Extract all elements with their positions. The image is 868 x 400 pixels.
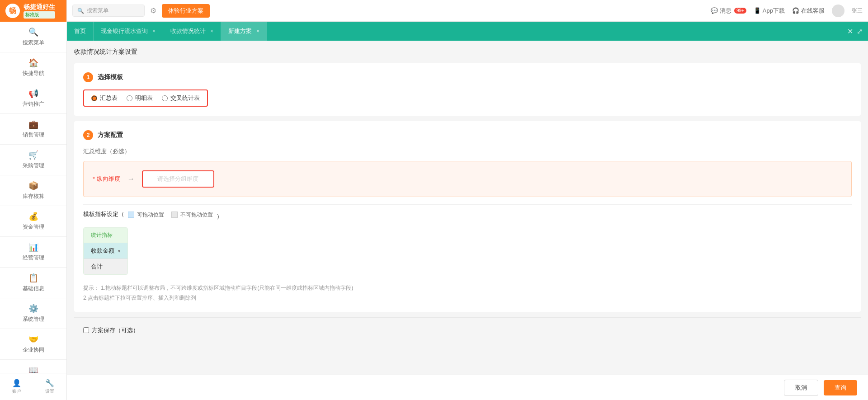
tab-newplan-label: 新建方案 bbox=[228, 27, 252, 35]
radio-summary-label: 汇总表 bbox=[100, 94, 118, 102]
sidebar-footer: 👤 账户 🔧 设置 bbox=[0, 373, 66, 400]
tip-1: 提示： 1.拖动标题栏可以调整布局，不可跨维度或指标区域拖动栏目字段(只能在同一… bbox=[83, 283, 852, 293]
step1-header: 1 选择模板 bbox=[83, 72, 852, 82]
tip-2: 2.点击标题栏下拉可设置排序、插入列和删除列 bbox=[83, 293, 852, 303]
sidebar-item-2[interactable]: 📢营销推广 bbox=[0, 83, 66, 114]
stats-total: 合计 bbox=[84, 259, 127, 274]
service-item[interactable]: 🎧 在线客服 bbox=[792, 7, 825, 15]
movable-box bbox=[128, 212, 134, 218]
service-icon: 🎧 bbox=[792, 7, 799, 14]
sidebar-icon-11: 📖 bbox=[28, 365, 38, 373]
search-placeholder: 搜索菜单 bbox=[87, 7, 108, 14]
tabbar-right: ✕ ⤢ bbox=[842, 22, 868, 41]
radio-summary[interactable]: 汇总表 bbox=[91, 94, 118, 102]
tabbar: 首页 现金银行流水查询 × 收款情况统计 × 新建方案 × ✕ ⤢ bbox=[67, 22, 868, 41]
notification-badge: 99+ bbox=[734, 8, 746, 14]
sidebar-item-3[interactable]: 💼销售管理 bbox=[0, 114, 66, 145]
sidebar-item-1[interactable]: 🏠快捷导航 bbox=[0, 52, 66, 83]
stats-table: 统计指标 收款金额 ▾ 合计 bbox=[83, 227, 128, 275]
close-window-icon[interactable]: ✕ bbox=[847, 27, 853, 36]
tab-home[interactable]: 首页 bbox=[67, 22, 94, 41]
download-item[interactable]: 📱 App下载 bbox=[754, 7, 785, 15]
download-icon: 📱 bbox=[754, 7, 761, 14]
radio-cross-label: 交叉统计表 bbox=[170, 94, 200, 102]
metrics-section: 模板指标设定（ 可拖动位置 不可拖动位置 ） bbox=[83, 210, 852, 276]
legend-fixed: 不可拖动位置 bbox=[171, 211, 213, 219]
notification-item[interactable]: 💬 消息 99+ bbox=[711, 7, 746, 15]
sidebar-item-5[interactable]: 📦库存核算 bbox=[0, 175, 66, 206]
expand-icon[interactable]: ⤢ bbox=[857, 27, 863, 36]
sidebar: 畅 畅捷通好生 标准版 🔍搜索菜单🏠快捷导航📢营销推广💼销售管理🛒采购管理📦库存… bbox=[0, 0, 67, 400]
footer-bar: 方案保存（可选） bbox=[74, 317, 861, 343]
sidebar-icon-5: 📦 bbox=[28, 181, 38, 191]
tab-cashflow-close[interactable]: × bbox=[152, 28, 156, 34]
sidebar-label-1: 快捷导航 bbox=[23, 70, 44, 77]
sidebar-label-2: 营销推广 bbox=[23, 100, 44, 108]
avatar bbox=[832, 5, 844, 17]
sidebar-item-4[interactable]: 🛒采购管理 bbox=[0, 145, 66, 175]
gear-icon[interactable]: ⚙ bbox=[150, 6, 156, 15]
tips-section: 提示： 1.拖动标题栏可以调整布局，不可跨维度或指标区域拖动栏目字段(只能在同一… bbox=[83, 283, 852, 303]
dimension-select[interactable]: 请选择分组维度 bbox=[142, 170, 214, 188]
sidebar-item-11[interactable]: 📖新手引导 bbox=[0, 360, 66, 373]
username: 张三 bbox=[852, 7, 863, 14]
sidebar-item-7[interactable]: 📊经营管理 bbox=[0, 237, 66, 268]
download-label: App下载 bbox=[763, 7, 785, 15]
message-icon: 💬 bbox=[711, 7, 718, 14]
sidebar-label-4: 采购管理 bbox=[23, 162, 44, 169]
stats-item-label: 收款金额 bbox=[91, 247, 114, 255]
edition-badge: 标准版 bbox=[24, 11, 55, 19]
page-title: 收款情况统计方案设置 bbox=[74, 48, 861, 56]
sidebar-icon-1: 🏠 bbox=[28, 58, 38, 68]
sidebar-item-10[interactable]: 🤝企业协同 bbox=[0, 329, 66, 360]
sidebar-footer-btn-right[interactable]: 🔧 设置 bbox=[45, 379, 54, 395]
tab-cashflow-label: 现金银行流水查询 bbox=[101, 27, 148, 35]
save-checkbox[interactable] bbox=[83, 327, 89, 333]
stats-section-header: 统计指标 bbox=[84, 228, 127, 243]
sidebar-icon-6: 💰 bbox=[28, 212, 38, 221]
arrow-icon: → bbox=[127, 175, 135, 183]
query-button[interactable]: 查询 bbox=[824, 380, 857, 395]
sidebar-icon-4: 🛒 bbox=[28, 150, 38, 160]
save-checkbox-label[interactable]: 方案保存（可选） bbox=[92, 326, 139, 334]
sidebar-icon-2: 📢 bbox=[28, 89, 38, 99]
logo-text: 畅捷通好生 bbox=[24, 3, 55, 11]
sidebar-icon-10: 🤝 bbox=[28, 334, 38, 344]
dimension-row: * 纵向维度 → 请选择分组维度 bbox=[93, 170, 842, 188]
sidebar-icon-8: 📋 bbox=[28, 273, 38, 283]
sidebar-item-6[interactable]: 💰资金管理 bbox=[0, 206, 66, 237]
sidebar-label-8: 基础信息 bbox=[23, 285, 44, 292]
tab-cashflow[interactable]: 现金银行流水查询 × bbox=[94, 22, 163, 41]
step1-title: 选择模板 bbox=[98, 73, 123, 81]
sidebar-label-7: 经营管理 bbox=[23, 254, 44, 262]
radio-cross[interactable]: 交叉统计表 bbox=[162, 94, 200, 102]
notification-label: 消息 bbox=[720, 7, 731, 15]
action-bar: 取消 查询 bbox=[67, 375, 868, 400]
tab-receipts[interactable]: 收款情况统计 × bbox=[163, 22, 221, 41]
sidebar-icon-0: 🔍 bbox=[28, 27, 38, 37]
topbar: 🔍 搜索菜单 ⚙ 体验行业方案 💬 消息 99+ 📱 App下载 🎧 在线客服 bbox=[67, 0, 868, 22]
tab-newplan[interactable]: 新建方案 × bbox=[221, 22, 267, 41]
tab-receipts-label: 收款情况统计 bbox=[170, 27, 206, 35]
sidebar-footer-btn-left[interactable]: 👤 账户 bbox=[12, 379, 21, 395]
logo-icon: 畅 bbox=[5, 4, 20, 18]
dimension-section-label: 汇总维度（必选） bbox=[83, 147, 852, 155]
tab-newplan-close[interactable]: × bbox=[256, 28, 259, 34]
search-icon: 🔍 bbox=[77, 8, 84, 14]
legend-movable: 可拖动位置 bbox=[128, 211, 164, 219]
sidebar-icon-9: ⚙️ bbox=[28, 304, 38, 314]
sidebar-item-0[interactable]: 🔍搜索菜单 bbox=[0, 22, 66, 52]
sidebar-item-8[interactable]: 📋基础信息 bbox=[0, 268, 66, 298]
dropdown-arrow-icon[interactable]: ▾ bbox=[118, 249, 120, 254]
step2-card: 2 方案配置 汇总维度（必选） * 纵向维度 → 请选择分组维度 模 bbox=[74, 121, 861, 312]
step1-card: 1 选择模板 汇总表 明细表 交叉统计表 bbox=[74, 63, 861, 116]
sidebar-icon-7: 📊 bbox=[28, 242, 38, 252]
trial-button[interactable]: 体验行业方案 bbox=[162, 4, 210, 18]
sidebar-item-9[interactable]: ⚙️系统管理 bbox=[0, 298, 66, 329]
step2-header: 2 方案配置 bbox=[83, 130, 852, 140]
search-box[interactable]: 🔍 搜索菜单 bbox=[72, 5, 145, 17]
tab-receipts-close[interactable]: × bbox=[210, 28, 213, 34]
main: 🔍 搜索菜单 ⚙ 体验行业方案 💬 消息 99+ 📱 App下载 🎧 在线客服 bbox=[67, 0, 868, 400]
radio-detail[interactable]: 明细表 bbox=[127, 94, 153, 102]
cancel-button[interactable]: 取消 bbox=[784, 380, 818, 396]
